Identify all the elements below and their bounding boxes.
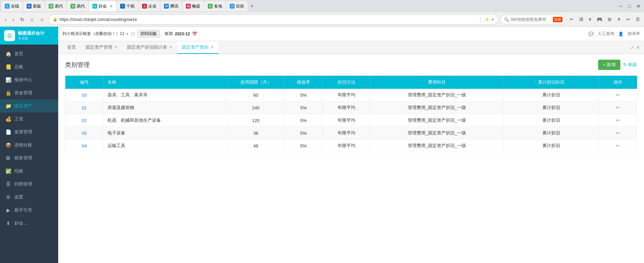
- new-tab-button[interactable]: +: [248, 2, 255, 11]
- sidebar-item-settings[interactable]: ⚙ 设置: [0, 191, 58, 204]
- tab-label-2: 新版: [33, 3, 41, 9]
- sidebar-item-funds[interactable]: 🔒 资金管理: [0, 86, 58, 99]
- edit-icon-1[interactable]: ✏: [616, 105, 620, 110]
- data-table: 编号 名称 使用期限（月） 残值率 折旧方法 费用科目 累计折旧科目 操作 03…: [65, 75, 637, 152]
- content-tab-fixed-mgmt[interactable]: 固定资产管理 ✕: [81, 41, 122, 54]
- sidebar-item-settle[interactable]: ✅ 结账: [0, 165, 58, 178]
- cell-action-2[interactable]: ✏: [599, 114, 637, 127]
- cell-residual-1: 5%: [285, 101, 323, 114]
- cell-method-0: 年限平均: [323, 89, 370, 101]
- sidebar-item-payroll[interactable]: 💰 工资: [0, 112, 58, 125]
- col-header-residual: 残值率: [285, 76, 323, 89]
- browser-tab-11[interactable]: 目 目前: [226, 1, 248, 11]
- browser-tab-1[interactable]: 在 在线: [1, 1, 23, 11]
- edit-icon-2[interactable]: ✏: [616, 118, 620, 123]
- browser-tab-10[interactable]: 各 各地: [204, 1, 226, 11]
- browser-tab-7[interactable]: 企 企业: [139, 1, 160, 11]
- address-dropdown-icon[interactable]: ▾: [492, 17, 494, 22]
- sidebar-item-reports[interactable]: 📊 报表中心: [0, 73, 58, 86]
- reload-button[interactable]: ↻: [18, 15, 26, 24]
- sidebar-item-guide[interactable]: ▶ 新手引导: [0, 204, 58, 217]
- sidebar-nav: 🏠 首页 📒 总账 📊 报表中心 🔒 资金管理 📁 固定资产 💰 工资: [0, 45, 58, 263]
- browser-tab-5[interactable]: 好 好会 ✕: [89, 1, 116, 11]
- sidebar-item-home[interactable]: 🏠 首页: [0, 47, 58, 60]
- refresh-button[interactable]: ↻ 刷新: [623, 62, 637, 68]
- cell-action-1[interactable]: ✏: [599, 101, 637, 114]
- logo-icon: 会: [4, 30, 15, 41]
- wallet-icon[interactable]: ¥: [588, 16, 593, 23]
- sidebar-item-fixed-assets[interactable]: 📁 固定资产: [0, 99, 58, 112]
- cell-code-0[interactable]: 03: [65, 89, 103, 101]
- history-icon[interactable]: ↩: [625, 16, 632, 23]
- support-label[interactable]: 人工咨询: [598, 31, 614, 37]
- menu-icon[interactable]: ☰: [634, 16, 641, 23]
- cell-residual-2: 5%: [285, 114, 323, 127]
- user-name[interactable]: 徐泽华: [628, 31, 640, 37]
- sidebar-label-more: 好会...: [14, 220, 27, 226]
- content-tab-category-close[interactable]: ✕: [211, 45, 214, 49]
- cell-code-3[interactable]: 05: [65, 127, 103, 140]
- sidebar-item-tax[interactable]: 🏛 税务管理: [0, 152, 58, 165]
- add-button[interactable]: + 新增: [598, 60, 620, 70]
- browser-tab-3[interactable]: 易 易代: [45, 1, 66, 11]
- content-tab-fixed-mgmt-close[interactable]: ✕: [114, 45, 117, 49]
- grid-icon[interactable]: ⊞: [606, 16, 613, 23]
- sidebar-item-invoice[interactable]: 📄 发票管理: [0, 125, 58, 139]
- back-button[interactable]: ‹: [3, 15, 9, 24]
- panel-maximize-button[interactable]: ⤢: [630, 45, 634, 50]
- game-icon[interactable]: 🎮: [595, 16, 604, 23]
- cell-name-3: 电子设备: [103, 127, 227, 140]
- content-tab-depreciation-close[interactable]: ✕: [169, 45, 172, 49]
- maximize-button[interactable]: □: [626, 2, 633, 10]
- brightness-icon[interactable]: ☀: [616, 16, 622, 23]
- cell-code-1[interactable]: 01: [65, 101, 103, 114]
- table-row: 05 电子设备 36 5% 年限平均 管理费用_固定资产折旧_一级 累计折旧 ✏: [65, 127, 637, 140]
- address-box[interactable]: 🔒 https://cloud.chanjet.com/accounting/u…: [48, 14, 498, 25]
- table-row: 03 器具、工具、家具等 60 5% 年限平均 管理费用_固定资产折旧_一级 累…: [65, 89, 637, 101]
- browser-tab-8[interactable]: 腾 腾讯: [161, 1, 182, 11]
- search-input[interactable]: [510, 17, 552, 22]
- cell-method-1: 年限平均: [323, 101, 370, 114]
- home-button[interactable]: ⌂: [28, 15, 35, 24]
- edit-icon-4[interactable]: ✏: [616, 143, 620, 148]
- browser-tab-2[interactable]: 新 新版: [23, 1, 45, 11]
- panel-close-button[interactable]: ✕: [636, 45, 640, 50]
- cell-name-0: 器具、工具、家具等: [103, 89, 227, 101]
- sidebar-item-inout[interactable]: 📦 进销台账: [0, 139, 58, 152]
- col-header-code: 编号: [65, 76, 103, 89]
- sidebar-logo: 会 畅捷通好会计 专业版: [0, 27, 58, 45]
- browser-tab-4[interactable]: 易 易代: [67, 1, 88, 11]
- content-tab-category[interactable]: 固定资产类别 ✕: [177, 41, 218, 54]
- cell-code-2[interactable]: 02: [65, 114, 103, 127]
- cell-method-2: 年限平均: [323, 114, 370, 127]
- close-button[interactable]: ✕: [634, 2, 643, 10]
- cell-action-0[interactable]: ✏: [599, 89, 637, 101]
- search-box[interactable]: 🔍 热搜: [500, 15, 566, 24]
- browser-tab-6[interactable]: 个 个税: [117, 1, 138, 11]
- sidebar-item-archive[interactable]: 🗄 归档管理: [0, 178, 58, 191]
- cell-code-4[interactable]: 04: [65, 140, 103, 152]
- tab-close-5[interactable]: ✕: [110, 4, 113, 9]
- cell-action-3[interactable]: ✏: [599, 127, 637, 140]
- edit-icon-0[interactable]: ✏: [616, 92, 620, 98]
- calendar-icon[interactable]: 📅: [192, 32, 197, 36]
- bookmark-button[interactable]: ☆: [38, 15, 46, 24]
- content-tab-home[interactable]: 首页: [62, 41, 81, 54]
- col-header-expense: 费用科目: [370, 76, 504, 89]
- sidebar-item-more[interactable]: ⬇ 好会...: [0, 217, 58, 230]
- cell-expense-2: 管理费用_固定资产折旧_一级: [370, 114, 504, 127]
- cell-action-4[interactable]: ✏: [599, 140, 637, 152]
- switch-version-button[interactable]: 切到旧版: [137, 30, 160, 38]
- sidebar-item-ledger[interactable]: 📒 总账: [0, 60, 58, 73]
- cut-icon[interactable]: ✂: [568, 16, 575, 23]
- content-tab-depreciation[interactable]: 固定资产折旧统计表 ✕: [122, 41, 177, 54]
- minimize-button[interactable]: ─: [617, 2, 625, 10]
- edit-icon-3[interactable]: ✏: [616, 130, 620, 136]
- forward-button[interactable]: ›: [11, 15, 16, 24]
- translate-icon[interactable]: 译: [578, 16, 585, 23]
- main-content: 类别管理 + 新增 ↻ 刷新 编号 名称 使用期限（月） 残值率 折旧方法: [58, 54, 644, 263]
- tab-label-9: 畅提: [192, 3, 200, 9]
- browser-tab-9[interactable]: 畅 畅提: [182, 1, 204, 11]
- period-value: 2023-12: [175, 32, 190, 36]
- inout-icon: 📦: [5, 142, 11, 148]
